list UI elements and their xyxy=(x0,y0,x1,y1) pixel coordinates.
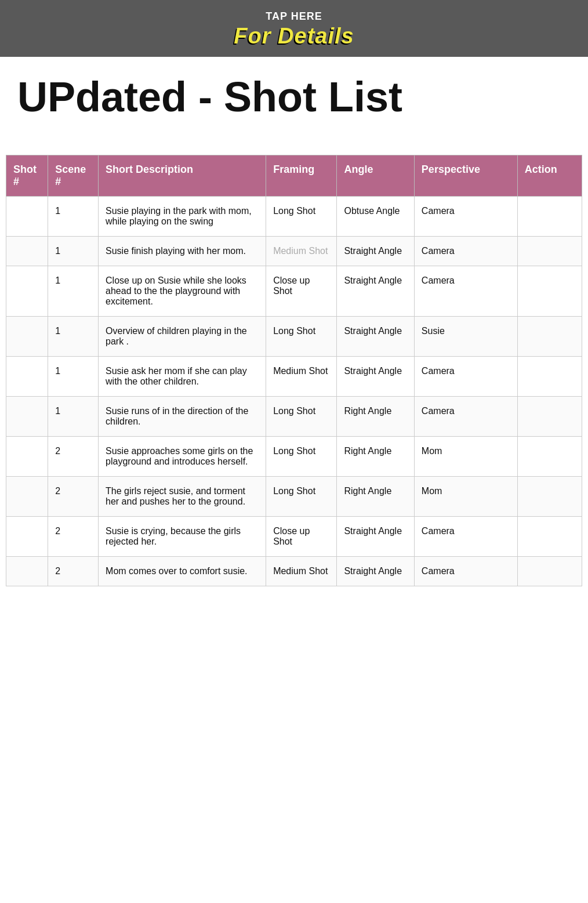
cell-action xyxy=(517,557,582,586)
cell-shot xyxy=(6,266,48,317)
cell-description: Susie approaches some girls on the playg… xyxy=(99,437,266,477)
cell-action xyxy=(517,237,582,266)
for-details-label: For Details xyxy=(0,24,588,49)
cell-shot xyxy=(6,437,48,477)
table-row: 1Susie finish playing with her mom.Mediu… xyxy=(6,237,582,266)
cell-perspective: Camera xyxy=(414,517,517,557)
cell-framing: Long Shot xyxy=(266,477,337,517)
cell-angle: Right Angle xyxy=(337,437,414,477)
table-row: 2The girls reject susie, and torment her… xyxy=(6,477,582,517)
cell-angle: Obtuse Angle xyxy=(337,197,414,237)
cell-perspective: Susie xyxy=(414,317,517,357)
page-title: UPdated - Shot List xyxy=(0,57,588,120)
cell-scene: 2 xyxy=(48,477,99,517)
cell-shot xyxy=(6,237,48,266)
cell-description: Susie runs of in the direction of the ch… xyxy=(99,397,266,437)
cell-action xyxy=(517,197,582,237)
shot-list-table: Shot # Scene # Short Description Framing… xyxy=(6,155,582,586)
cell-description: The girls reject susie, and torment her … xyxy=(99,477,266,517)
col-header-perspective: Perspective xyxy=(414,155,517,197)
col-header-angle: Angle xyxy=(337,155,414,197)
cell-perspective: Camera xyxy=(414,197,517,237)
cell-description: Mom comes over to comfort susie. xyxy=(99,557,266,586)
table-header-row: Shot # Scene # Short Description Framing… xyxy=(6,155,582,197)
cell-angle: Straight Angle xyxy=(337,357,414,397)
cell-description: Susie is crying, because the girls rejec… xyxy=(99,517,266,557)
col-header-description: Short Description xyxy=(99,155,266,197)
cell-description: Overview of children playing in the park… xyxy=(99,317,266,357)
cell-scene: 2 xyxy=(48,437,99,477)
cell-perspective: Camera xyxy=(414,266,517,317)
cell-scene: 1 xyxy=(48,237,99,266)
col-header-framing: Framing xyxy=(266,155,337,197)
cell-shot xyxy=(6,477,48,517)
header-banner[interactable]: TAP HERE For Details xyxy=(0,0,588,57)
cell-framing: Long Shot xyxy=(266,197,337,237)
cell-action xyxy=(517,266,582,317)
shot-list-table-container: Shot # Scene # Short Description Framing… xyxy=(6,155,582,586)
cell-framing: Close up Shot xyxy=(266,517,337,557)
cell-perspective: Mom xyxy=(414,437,517,477)
cell-description: Susie finish playing with her mom. xyxy=(99,237,266,266)
cell-angle: Straight Angle xyxy=(337,317,414,357)
cell-shot xyxy=(6,517,48,557)
table-row: 1Close up on Susie while she looks ahead… xyxy=(6,266,582,317)
cell-scene: 1 xyxy=(48,357,99,397)
col-header-shot: Shot # xyxy=(6,155,48,197)
cell-angle: Right Angle xyxy=(337,477,414,517)
table-row: 1Susie ask her mom if she can play with … xyxy=(6,357,582,397)
cell-scene: 2 xyxy=(48,557,99,586)
col-header-action: Action xyxy=(517,155,582,197)
cell-framing: Medium Shot xyxy=(266,237,337,266)
table-row: 2Susie approaches some girls on the play… xyxy=(6,437,582,477)
cell-shot xyxy=(6,197,48,237)
cell-angle: Straight Angle xyxy=(337,517,414,557)
cell-shot xyxy=(6,397,48,437)
cell-framing: Medium Shot xyxy=(266,557,337,586)
cell-framing: Long Shot xyxy=(266,317,337,357)
cell-shot xyxy=(6,357,48,397)
cell-framing: Medium Shot xyxy=(266,357,337,397)
cell-action xyxy=(517,477,582,517)
cell-framing: Long Shot xyxy=(266,397,337,437)
cell-scene: 2 xyxy=(48,517,99,557)
cell-scene: 1 xyxy=(48,317,99,357)
cell-action xyxy=(517,397,582,437)
table-row: 2Mom comes over to comfort susie.Medium … xyxy=(6,557,582,586)
tap-here-label: TAP HERE xyxy=(0,10,588,23)
cell-perspective: Camera xyxy=(414,237,517,266)
cell-scene: 1 xyxy=(48,197,99,237)
cell-perspective: Camera xyxy=(414,557,517,586)
cell-shot xyxy=(6,557,48,586)
cell-description: Susie playing in the park with mom, whil… xyxy=(99,197,266,237)
table-row: 1Susie runs of in the direction of the c… xyxy=(6,397,582,437)
cell-action xyxy=(517,437,582,477)
cell-action xyxy=(517,517,582,557)
cell-angle: Straight Angle xyxy=(337,557,414,586)
cell-angle: Straight Angle xyxy=(337,266,414,317)
col-header-scene: Scene # xyxy=(48,155,99,197)
cell-framing: Close up Shot xyxy=(266,266,337,317)
cell-description: Susie ask her mom if she can play with t… xyxy=(99,357,266,397)
table-row: 1Overview of children playing in the par… xyxy=(6,317,582,357)
cell-scene: 1 xyxy=(48,266,99,317)
cell-framing: Long Shot xyxy=(266,437,337,477)
cell-perspective: Camera xyxy=(414,357,517,397)
cell-angle: Straight Angle xyxy=(337,237,414,266)
cell-perspective: Camera xyxy=(414,397,517,437)
cell-action xyxy=(517,357,582,397)
cell-angle: Right Angle xyxy=(337,397,414,437)
cell-description: Close up on Susie while she looks ahead … xyxy=(99,266,266,317)
cell-shot xyxy=(6,317,48,357)
cell-perspective: Mom xyxy=(414,477,517,517)
cell-action xyxy=(517,317,582,357)
table-row: 1Susie playing in the park with mom, whi… xyxy=(6,197,582,237)
table-row: 2Susie is crying, because the girls reje… xyxy=(6,517,582,557)
cell-scene: 1 xyxy=(48,397,99,437)
